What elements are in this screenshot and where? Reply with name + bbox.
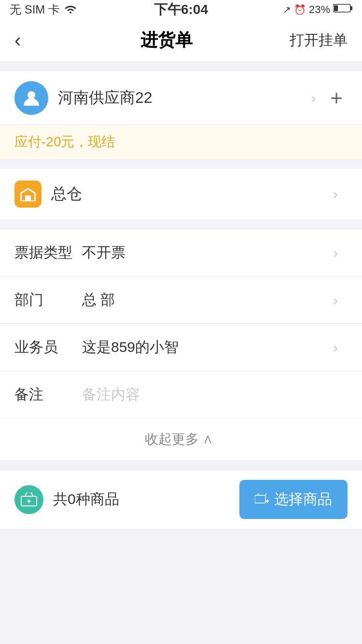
remark-label: 备注 (14, 385, 82, 405)
supplier-name: 河南供应商22 (58, 87, 311, 109)
salesman-value: 这是859的小智 (82, 337, 333, 357)
department-chevron-icon: › (333, 292, 338, 308)
notice-banner: 应付-20元，现结 (0, 125, 362, 159)
svg-point-3 (28, 91, 35, 99)
back-button[interactable]: ‹ (14, 29, 43, 51)
alarm-icon: ⏰ (294, 4, 306, 15)
page-background (0, 529, 362, 644)
invoice-label: 票据类型 (14, 243, 82, 263)
battery-text: 23% (309, 3, 330, 16)
status-left: 无 SIM 卡 (10, 2, 77, 17)
svg-rect-1 (350, 6, 352, 10)
page-title: 进货单 (140, 28, 193, 52)
product-count-text: 共0种商品 (53, 490, 239, 509)
status-bar: 无 SIM 卡 下午6:04 ↗ ⏰ 23% (0, 0, 362, 19)
section-gap-1 (0, 62, 362, 71)
form-card: 票据类型 不开票 › 部门 总 部 › 业务员 这是859的小智 › 备注 备注… (0, 229, 362, 460)
select-product-label: 选择商品 (274, 490, 332, 509)
bottom-bar: 共0种商品 选择商品 (0, 470, 362, 529)
svg-rect-8 (255, 495, 265, 503)
collapse-row[interactable]: 收起更多 ∧ (0, 418, 362, 460)
section-gap-2 (0, 159, 362, 168)
department-row[interactable]: 部门 总 部 › (0, 276, 362, 323)
supplier-chevron-icon: › (311, 90, 316, 106)
remark-row[interactable]: 备注 备注内容 (0, 371, 362, 418)
collapse-label: 收起更多 ∧ (145, 430, 214, 448)
warehouse-icon (14, 181, 42, 208)
section-gap-3 (0, 219, 362, 229)
warehouse-row[interactable]: 总仓 › (0, 168, 362, 219)
invoice-row[interactable]: 票据类型 不开票 › (0, 229, 362, 276)
status-right: ↗ ⏰ 23% (283, 3, 352, 16)
warehouse-chevron-icon: › (333, 186, 338, 202)
wifi-icon (64, 3, 77, 16)
invoice-value: 不开票 (82, 243, 333, 263)
warehouse-card: 总仓 › (0, 168, 362, 219)
location-icon: ↗ (283, 4, 291, 15)
status-time: 下午6:04 (154, 0, 208, 19)
supplier-row[interactable]: 河南供应商22 › + (0, 71, 362, 125)
supplier-avatar (14, 81, 48, 115)
svg-rect-2 (334, 5, 338, 11)
department-value: 总 部 (82, 290, 333, 310)
product-count-icon (14, 485, 43, 514)
salesman-label: 业务员 (14, 337, 82, 357)
battery-icon (333, 3, 352, 16)
open-pending-button[interactable]: 打开挂单 (290, 30, 348, 50)
salesman-chevron-icon: › (333, 339, 338, 356)
select-product-button[interactable]: 选择商品 (239, 480, 348, 519)
remark-input[interactable]: 备注内容 (82, 385, 348, 405)
invoice-chevron-icon: › (333, 245, 338, 261)
warehouse-name: 总仓 (51, 183, 333, 205)
department-label: 部门 (14, 290, 82, 310)
salesman-row[interactable]: 业务员 这是859的小智 › (0, 323, 362, 371)
nav-bar: ‹ 进货单 打开挂单 (0, 19, 362, 62)
sim-text: 无 SIM 卡 (10, 2, 60, 17)
add-supplier-button[interactable]: + (325, 86, 348, 110)
svg-rect-4 (25, 196, 31, 200)
supplier-card: 河南供应商22 › + 应付-20元，现结 (0, 71, 362, 159)
